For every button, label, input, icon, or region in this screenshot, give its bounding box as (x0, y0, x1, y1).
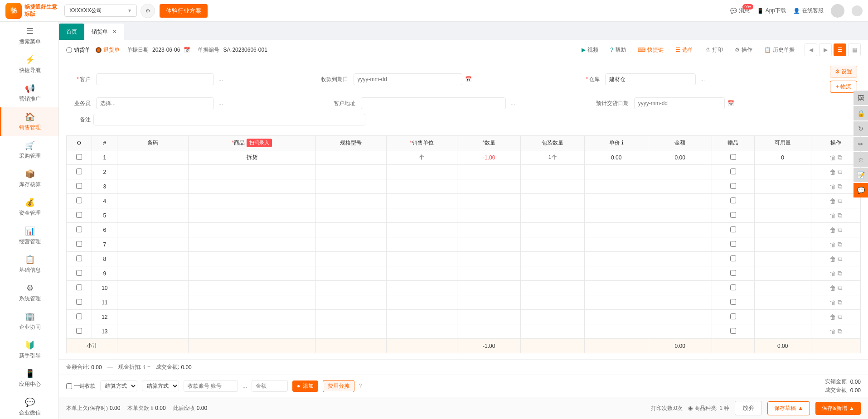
select-btn[interactable]: ☰ 选单 (672, 44, 697, 56)
delete-row-btn[interactable]: 🗑 (829, 328, 836, 335)
sidebar-item-wechat[interactable]: 💬 企业微信 (0, 393, 58, 419)
sidebar-item-guide[interactable]: 🔰 新手引导 (0, 336, 58, 364)
payment-method-type-select[interactable]: 结算方式 (142, 380, 179, 391)
notes-input[interactable] (93, 114, 365, 125)
gift-checkbox[interactable] (730, 313, 736, 319)
add-payment-button[interactable]: ● 添加 (292, 380, 318, 392)
delete-row-btn[interactable]: 🗑 (829, 241, 836, 248)
expense-split-button[interactable]: 费用分摊 (323, 380, 354, 392)
nav-next-icon[interactable]: ▶ (819, 43, 832, 56)
gift-checkbox[interactable] (730, 255, 736, 261)
float-btn-6[interactable]: 📝 (853, 168, 868, 182)
account-ellipsis[interactable]: ... (242, 383, 247, 389)
row-checkbox[interactable] (76, 226, 82, 232)
sidebar-item-sales[interactable]: 🏠 销售管理 (0, 107, 58, 136)
sidebar-item-operations[interactable]: 📊 经营管理 (0, 222, 58, 250)
gift-checkbox[interactable] (730, 299, 736, 305)
copy-row-btn[interactable]: ⧉ (838, 270, 842, 277)
copy-row-btn[interactable]: ⧉ (838, 284, 842, 292)
user-avatar-2[interactable] (852, 5, 863, 16)
sidebar-item-app-center[interactable]: 📱 应用中心 (0, 364, 58, 393)
float-btn-5[interactable]: ☆ (853, 152, 868, 167)
settings-button[interactable]: ⚙ (141, 4, 155, 18)
copy-row-btn[interactable]: ⧉ (838, 241, 842, 248)
float-btn-3[interactable]: ↻ (853, 121, 868, 136)
history-btn[interactable]: 📋 历史单据 (761, 44, 798, 56)
row-checkbox[interactable] (76, 241, 82, 247)
nav-prev-icon[interactable]: ◀ (805, 43, 817, 56)
gift-checkbox[interactable] (730, 154, 736, 160)
copy-row-btn[interactable]: ⧉ (838, 154, 842, 161)
delete-row-btn[interactable]: 🗑 (829, 255, 836, 263)
cash-discount-icon[interactable]: ℹ (143, 364, 145, 371)
row-checkbox[interactable] (76, 299, 82, 305)
company-selector[interactable]: XXXXXX公司 ▼ (64, 5, 137, 17)
delete-row-btn[interactable]: 🗑 (829, 197, 836, 205)
float-btn-7[interactable]: 💬 (853, 183, 868, 197)
row-checkbox[interactable] (76, 328, 82, 334)
warehouse-input[interactable] (605, 73, 696, 85)
radio-sale[interactable]: 销货单 (66, 46, 90, 54)
row-checkbox[interactable] (76, 154, 82, 160)
sidebar-item-quick-nav[interactable]: ⚡ 快捷导航 (0, 50, 58, 79)
customer-ellipsis[interactable]: ... (217, 76, 225, 82)
tab-home[interactable]: 首页 (59, 24, 84, 40)
copy-row-btn[interactable]: ⧉ (838, 327, 842, 335)
gift-checkbox[interactable] (730, 226, 736, 232)
sidebar-item-search[interactable]: ☰ 搜索菜单 (0, 22, 58, 50)
payment-account-input[interactable] (184, 380, 238, 392)
shortcut-btn[interactable]: ⌨ 快捷键 (634, 44, 667, 56)
float-btn-2[interactable]: 🔒 (853, 106, 868, 120)
due-date-calendar-icon[interactable]: 📅 (465, 76, 472, 82)
sidebar-item-inventory[interactable]: 📦 库存核算 (0, 164, 58, 193)
delete-row-btn[interactable]: 🗑 (829, 284, 836, 292)
delete-row-btn[interactable]: 🗑 (829, 154, 836, 161)
salesperson-input[interactable] (96, 97, 214, 109)
copy-row-btn[interactable]: ⧉ (838, 212, 842, 219)
customer-addr-input[interactable] (361, 97, 506, 109)
th-settings[interactable]: ⚙ (67, 136, 92, 150)
grid-view-icon[interactable]: ▦ (848, 43, 861, 56)
row-checkbox[interactable] (76, 212, 82, 218)
sidebar-item-marketing[interactable]: 📢 营销推广 (0, 79, 58, 107)
print-btn[interactable]: 🖨 打印 (701, 44, 727, 56)
copy-row-btn[interactable]: ⧉ (838, 168, 842, 176)
copy-row-btn[interactable]: ⧉ (838, 226, 842, 234)
salesperson-ellipsis[interactable]: ... (217, 100, 225, 106)
copy-row-btn[interactable]: ⧉ (838, 313, 842, 321)
customer-addr-ellipsis[interactable]: ... (509, 100, 517, 106)
copy-row-btn[interactable]: ⧉ (838, 299, 842, 306)
delete-row-btn[interactable]: 🗑 (829, 212, 836, 219)
scan-button[interactable]: 扫码录入 (247, 139, 272, 147)
sidebar-item-purchase[interactable]: 🛒 采购管理 (0, 136, 58, 164)
delete-row-btn[interactable]: 🗑 (829, 313, 836, 321)
tab-close-icon[interactable]: ✕ (112, 29, 117, 35)
copy-row-btn[interactable]: ⧉ (838, 255, 842, 263)
sidebar-item-system[interactable]: ⚙ 系统管理 (0, 279, 58, 307)
sidebar-item-finance[interactable]: 💰 资金管理 (0, 193, 58, 222)
save-draft-button[interactable]: 保存草稿 ▲ (767, 401, 810, 415)
delete-row-btn[interactable]: 🗑 (829, 270, 836, 277)
logistics-button[interactable]: + 物流 (830, 81, 857, 93)
sidebar-item-basic-info[interactable]: 📋 基础信息 (0, 250, 58, 279)
one-click-pay-checkbox[interactable] (66, 383, 72, 389)
online-service-button[interactable]: 👤 在线客服 (793, 7, 824, 14)
video-btn[interactable]: ▶ 视频 (578, 44, 602, 56)
app-download-button[interactable]: 📱 App下载 (757, 7, 786, 14)
radio-return[interactable]: 退货单 (96, 46, 120, 54)
operation-btn[interactable]: ⚙ 操作 (731, 44, 756, 56)
row-checkbox[interactable] (76, 183, 82, 189)
gift-checkbox[interactable] (730, 270, 736, 276)
user-avatar[interactable] (831, 4, 844, 18)
copy-row-btn[interactable]: ⧉ (838, 197, 842, 205)
sidebar-item-enterprise[interactable]: 🏢 企业协同 (0, 307, 58, 336)
gift-checkbox[interactable] (730, 197, 736, 203)
payment-amount-input[interactable] (252, 380, 288, 392)
trial-button[interactable]: 体验行业方案 (160, 4, 208, 18)
row-checkbox[interactable] (76, 313, 82, 319)
save-new-button[interactable]: 保存&新增 ▲ (815, 402, 861, 415)
row-checkbox[interactable] (76, 255, 82, 261)
warehouse-ellipsis[interactable]: ... (698, 76, 707, 82)
expected-date-calendar-icon[interactable]: 📅 (727, 100, 734, 106)
calendar-icon[interactable]: 📅 (184, 47, 190, 53)
